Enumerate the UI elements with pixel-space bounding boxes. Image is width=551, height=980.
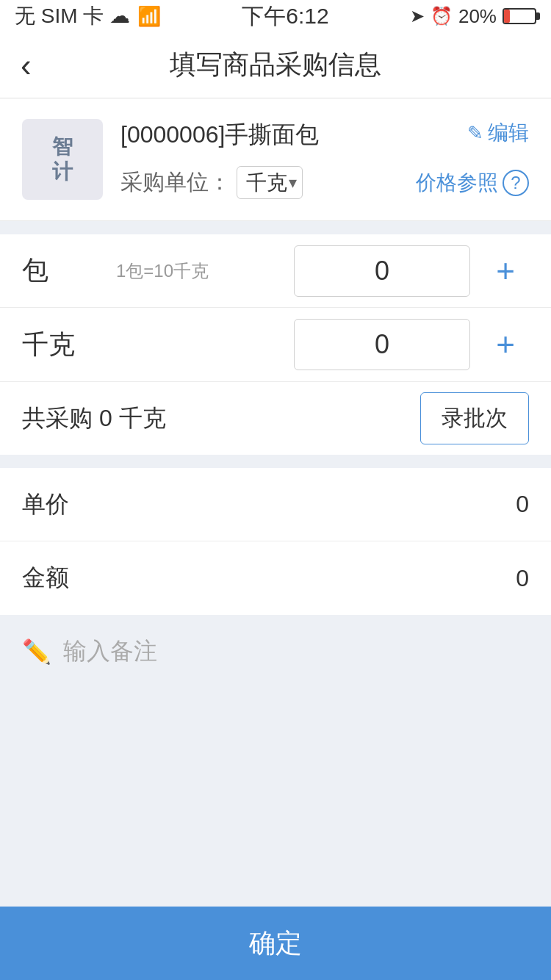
question-icon: ? [503, 170, 529, 196]
bag-sub-label: 1包=10千克 [116, 259, 209, 283]
section-divider-2 [0, 455, 551, 468]
unit-price-label: 单价 [22, 489, 69, 521]
product-name-row: [0000006]手撕面包 ✎ 编辑 [120, 119, 529, 151]
price-ref-button[interactable]: 价格参照 ? [416, 169, 529, 197]
sim-label: 无 SIM 卡 ☁ [15, 2, 130, 30]
status-time: 下午6:12 [242, 1, 328, 32]
section-divider-1 [0, 221, 551, 234]
unit-price-row: 单价 0 [0, 468, 551, 541]
unit-select-wrap[interactable]: 千克 [237, 166, 303, 199]
product-card: 智 计 [0000006]手撕面包 ✎ 编辑 采购单位： 千克 价格参照 [0, 98, 551, 221]
edit-icon: ✎ [467, 122, 483, 145]
product-name: [0000006]手撕面包 [120, 119, 319, 151]
summary-row: 共采购 0 千克 录批次 [0, 381, 551, 455]
edit-button[interactable]: ✎ 编辑 [467, 119, 529, 147]
confirm-button[interactable]: 确定 [0, 907, 551, 980]
note-section[interactable]: ✏️ 输入备注 [0, 615, 551, 688]
summary-text: 共采购 0 千克 [22, 403, 166, 435]
edit-label: 编辑 [488, 119, 529, 147]
pencil-icon: ✏️ [22, 638, 51, 666]
confirm-button-label: 确定 [249, 926, 302, 962]
product-thumbnail: 智 计 [22, 119, 103, 200]
product-logo: 智 计 [52, 134, 73, 184]
product-info: [0000006]手撕面包 ✎ 编辑 采购单位： 千克 价格参照 ? [120, 119, 529, 199]
bag-input-row: 包 1包=10千克 + [0, 234, 551, 308]
unit-price-value: 0 [516, 491, 529, 518]
unit-row: 采购单位： 千克 价格参照 ? [120, 166, 529, 199]
back-button[interactable]: ‹ [21, 47, 32, 84]
kg-label: 千克 [22, 327, 110, 363]
status-bar: 无 SIM 卡 ☁ 📶 下午6:12 ➤ ⏰ 20% [0, 0, 551, 32]
note-placeholder: 输入备注 [63, 635, 157, 668]
bag-label: 包 [22, 253, 110, 289]
bag-plus-button[interactable]: + [482, 245, 529, 297]
kg-input-row: 千克 + [0, 308, 551, 381]
nav-bar: ‹ 填写商品采购信息 [0, 32, 551, 98]
wifi-icon: 📶 [137, 5, 161, 28]
amount-label: 金额 [22, 562, 69, 594]
alarm-icon: ⏰ [431, 6, 453, 26]
kg-quantity-input[interactable] [294, 319, 470, 370]
price-ref-label: 价格参照 [416, 169, 498, 197]
amount-row: 金额 0 [0, 541, 551, 615]
status-left: 无 SIM 卡 ☁ 📶 [15, 2, 161, 30]
status-right: ➤ ⏰ 20% [410, 5, 536, 28]
price-section: 单价 0 金额 0 [0, 468, 551, 615]
battery-percent: 20% [458, 5, 497, 28]
kg-plus-button[interactable]: + [482, 319, 529, 370]
input-section: 包 1包=10千克 + 千克 + [0, 234, 551, 381]
record-batch-button[interactable]: 录批次 [420, 392, 529, 444]
page-title: 填写商品采购信息 [170, 47, 381, 83]
unit-select[interactable]: 千克 [237, 166, 303, 199]
bag-quantity-input[interactable] [294, 245, 470, 297]
battery-icon [503, 8, 536, 24]
unit-label: 采购单位： [120, 167, 231, 198]
amount-value: 0 [516, 565, 529, 592]
location-icon: ➤ [410, 6, 425, 26]
